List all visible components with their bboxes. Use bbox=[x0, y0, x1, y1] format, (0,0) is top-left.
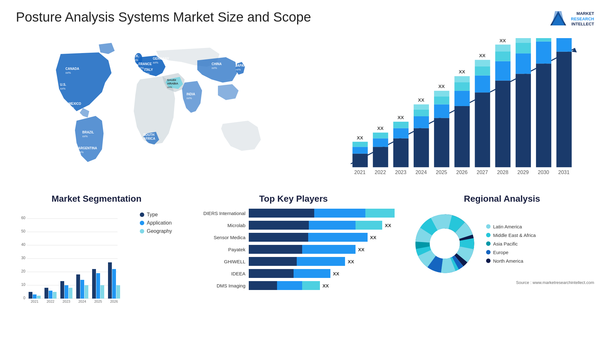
svg-text:xx%: xx% bbox=[139, 66, 144, 70]
svg-text:2023: 2023 bbox=[395, 169, 406, 175]
logo-icon bbox=[549, 10, 568, 29]
player-name: IDEEA bbox=[190, 271, 246, 276]
svg-text:JAPAN: JAPAN bbox=[235, 64, 246, 67]
svg-text:2026: 2026 bbox=[456, 169, 468, 175]
svg-rect-131 bbox=[92, 269, 96, 299]
svg-text:xx%: xx% bbox=[167, 86, 172, 89]
legend-type: Type bbox=[140, 212, 172, 218]
legend-middle-east-africa: Middle East & Africa bbox=[486, 233, 536, 238]
svg-rect-117 bbox=[37, 296, 41, 299]
svg-text:2023: 2023 bbox=[63, 300, 70, 303]
svg-rect-52 bbox=[414, 110, 429, 116]
page-title: Posture Analysis Systems Market Size and… bbox=[16, 10, 311, 25]
svg-rect-77 bbox=[516, 43, 531, 53]
legend-type-label: Type bbox=[147, 212, 158, 218]
svg-text:xx%: xx% bbox=[65, 71, 71, 74]
svg-text:0: 0 bbox=[23, 296, 25, 300]
logo: MARKET RESEARCH INTELLECT bbox=[549, 10, 594, 29]
list-item: Payatek XX bbox=[190, 245, 397, 254]
svg-text:INDIA: INDIA bbox=[186, 92, 195, 96]
regional-label: Middle East & Africa bbox=[493, 233, 536, 238]
svg-rect-137 bbox=[116, 285, 120, 299]
player-name: DMS Imaging bbox=[190, 283, 246, 288]
regional-label: Europe bbox=[493, 250, 508, 255]
svg-rect-57 bbox=[434, 97, 449, 104]
segmentation-section: Market Segmentation 0 10 20 30 40 50 60 bbox=[16, 194, 177, 353]
legend-geography-label: Geography bbox=[147, 228, 172, 234]
svg-text:XX: XX bbox=[459, 69, 465, 74]
segmentation-chart: 0 10 20 30 40 50 60 bbox=[16, 209, 124, 304]
svg-rect-116 bbox=[33, 294, 37, 299]
svg-rect-51 bbox=[414, 116, 429, 128]
svg-rect-136 bbox=[112, 269, 116, 299]
svg-rect-71 bbox=[495, 61, 511, 81]
svg-rect-70 bbox=[495, 81, 511, 167]
svg-text:2021: 2021 bbox=[354, 169, 366, 175]
list-item: DMS Imaging XX bbox=[190, 281, 397, 290]
svg-rect-46 bbox=[393, 138, 409, 167]
svg-text:xx%: xx% bbox=[212, 66, 217, 70]
map-section: CANADA xx% U.S. xx% MEXICO xx% BRAZIL xx… bbox=[16, 35, 309, 187]
svg-text:2024: 2024 bbox=[78, 300, 86, 303]
svg-rect-60 bbox=[454, 106, 470, 167]
world-map: CANADA xx% U.S. xx% MEXICO xx% BRAZIL xx… bbox=[16, 35, 309, 168]
list-item: Sensor Medica XX bbox=[190, 233, 397, 242]
player-name: GHIWELL bbox=[190, 259, 246, 264]
svg-rect-75 bbox=[516, 74, 531, 167]
svg-text:10: 10 bbox=[21, 282, 26, 287]
svg-rect-81 bbox=[536, 42, 551, 64]
svg-text:U.S.: U.S. bbox=[60, 83, 66, 86]
svg-text:xx%: xx% bbox=[186, 97, 192, 100]
top-section: CANADA xx% U.S. xx% MEXICO xx% BRAZIL xx… bbox=[16, 35, 594, 187]
svg-text:xx%: xx% bbox=[78, 151, 84, 154]
svg-rect-129 bbox=[85, 285, 88, 299]
legend-latin-america: Latin America bbox=[486, 224, 536, 229]
regional-label: North America bbox=[493, 258, 523, 264]
svg-text:FRANCE: FRANCE bbox=[139, 62, 152, 66]
svg-rect-80 bbox=[536, 64, 551, 167]
svg-rect-65 bbox=[475, 92, 490, 167]
regional-legend: Latin America Middle East & Africa Asia … bbox=[486, 224, 536, 264]
svg-text:2021: 2021 bbox=[31, 300, 38, 303]
svg-text:50: 50 bbox=[21, 229, 26, 233]
player-bar-container: XX bbox=[249, 281, 397, 290]
player-name: Payatek bbox=[190, 247, 246, 252]
player-value: XX bbox=[333, 271, 339, 276]
legend-europe: Europe bbox=[486, 250, 536, 255]
svg-rect-124 bbox=[64, 285, 68, 299]
list-item: DIERS International bbox=[190, 209, 397, 218]
svg-text:XX: XX bbox=[377, 125, 383, 131]
source-text: Source : www.marketresearchintellect.com bbox=[410, 280, 594, 285]
svg-rect-39 bbox=[352, 147, 368, 153]
svg-text:2029: 2029 bbox=[518, 169, 529, 175]
svg-text:ARABIA: ARABIA bbox=[167, 82, 178, 85]
player-value: XX bbox=[322, 283, 329, 288]
player-bar-container: XX bbox=[249, 269, 397, 278]
svg-text:SAUDI: SAUDI bbox=[167, 78, 176, 82]
svg-rect-78 bbox=[516, 38, 531, 43]
svg-marker-2 bbox=[552, 11, 565, 25]
player-bar-container: XX bbox=[249, 245, 397, 254]
svg-rect-67 bbox=[475, 66, 490, 76]
svg-rect-119 bbox=[44, 288, 48, 299]
svg-text:2025: 2025 bbox=[94, 300, 102, 303]
svg-rect-86 bbox=[556, 38, 572, 52]
svg-rect-48 bbox=[393, 122, 409, 128]
svg-rect-66 bbox=[475, 76, 490, 92]
svg-text:xx%: xx% bbox=[133, 74, 139, 77]
svg-text:xx%: xx% bbox=[60, 87, 65, 90]
svg-rect-43 bbox=[373, 138, 388, 147]
svg-rect-72 bbox=[495, 51, 511, 61]
player-value: XX bbox=[385, 223, 391, 228]
svg-rect-50 bbox=[414, 128, 429, 167]
svg-rect-68 bbox=[475, 60, 490, 66]
list-item: Microlab XX bbox=[190, 221, 397, 230]
svg-text:ITALY: ITALY bbox=[144, 68, 153, 71]
svg-rect-53 bbox=[414, 104, 429, 110]
svg-rect-56 bbox=[434, 104, 449, 118]
svg-point-144 bbox=[430, 229, 460, 259]
svg-text:XX: XX bbox=[357, 135, 363, 140]
svg-text:2027: 2027 bbox=[477, 169, 488, 175]
svg-text:2022: 2022 bbox=[375, 169, 386, 175]
players-title: Top Key Players bbox=[190, 194, 397, 204]
